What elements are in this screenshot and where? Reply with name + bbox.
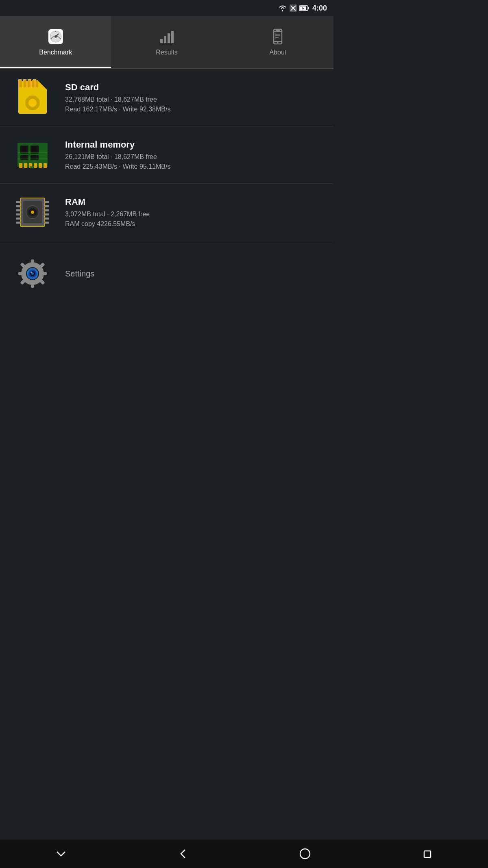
ram-icon — [14, 194, 51, 231]
svg-rect-46 — [36, 80, 38, 87]
svg-line-38 — [38, 108, 39, 109]
svg-rect-52 — [34, 163, 37, 168]
svg-rect-72 — [45, 213, 49, 215]
settings-item[interactable]: Settings — [0, 241, 333, 306]
svg-rect-73 — [45, 218, 49, 220]
tab-results-label: Results — [156, 49, 177, 56]
settings-icon-wrapper — [8, 253, 57, 294]
internal-memory-text: Internal memory 26,121MB total · 18,627M… — [65, 139, 325, 170]
status-bar: 4:00 — [0, 0, 333, 16]
svg-rect-45 — [32, 80, 34, 87]
main-content: SD card 32,768MB total · 18,627MB free R… — [0, 69, 333, 565]
wifi-icon — [278, 5, 287, 11]
svg-point-94 — [30, 272, 32, 273]
status-time: 4:00 — [312, 4, 327, 13]
results-tab-icon — [158, 28, 176, 46]
svg-rect-65 — [16, 209, 20, 211]
tab-results[interactable]: Results — [111, 16, 222, 68]
internal-memory-title: Internal memory — [65, 139, 325, 150]
svg-rect-49 — [19, 163, 22, 168]
svg-point-78 — [31, 211, 34, 214]
svg-rect-82 — [31, 282, 34, 288]
svg-rect-21 — [276, 30, 280, 31]
ram-subtitle: 3,072MB total · 2,267MB free — [65, 211, 325, 218]
svg-rect-44 — [28, 80, 30, 87]
sd-card-text: SD card 32,768MB total · 18,627MB free R… — [65, 82, 325, 113]
svg-rect-57 — [30, 146, 39, 154]
svg-line-37 — [26, 96, 27, 98]
benchmark-tab-icon — [47, 28, 65, 46]
svg-rect-42 — [20, 80, 22, 87]
ram-text: RAM 3,072MB total · 2,267MB free RAM cop… — [65, 197, 325, 228]
svg-rect-68 — [16, 222, 20, 224]
ram-detail: RAM copy 4226.55MB/s — [65, 220, 325, 228]
ram-title: RAM — [65, 197, 325, 207]
tab-about[interactable]: About — [222, 16, 333, 68]
svg-rect-16 — [168, 33, 170, 43]
ram-icon-wrapper — [8, 192, 57, 233]
internal-memory-icon-wrapper — [8, 135, 57, 175]
list-item-internal-memory[interactable]: Internal memory 26,121MB total · 18,627M… — [0, 126, 333, 184]
list-item-ram[interactable]: RAM 3,072MB total · 2,267MB free RAM cop… — [0, 184, 333, 241]
tab-bar: Benchmark Results About — [0, 16, 333, 69]
svg-rect-58 — [20, 155, 28, 160]
svg-rect-64 — [16, 205, 20, 207]
svg-rect-84 — [41, 272, 47, 275]
settings-label: Settings — [65, 269, 94, 278]
status-icons: 4:00 — [278, 4, 327, 13]
svg-rect-54 — [44, 163, 47, 168]
internal-memory-icon — [14, 137, 51, 173]
svg-rect-17 — [171, 31, 174, 43]
svg-rect-50 — [24, 163, 27, 168]
svg-point-41 — [28, 99, 37, 107]
sd-card-icon-wrapper — [8, 77, 57, 118]
sd-card-subtitle: 32,768MB total · 18,627MB free — [65, 96, 325, 103]
svg-rect-67 — [16, 218, 20, 220]
sd-card-detail: Read 162.17MB/s · Write 92.38MB/s — [65, 106, 325, 113]
tab-benchmark-label: Benchmark — [39, 49, 72, 56]
svg-rect-74 — [45, 222, 49, 224]
tab-benchmark[interactable]: Benchmark — [0, 16, 111, 68]
settings-gear-icon — [14, 255, 51, 292]
svg-rect-83 — [18, 272, 24, 275]
svg-rect-81 — [31, 259, 34, 265]
internal-memory-detail: Read 225.43MB/s · Write 95.11MB/s — [65, 163, 325, 170]
svg-rect-66 — [16, 213, 20, 215]
sd-card-icon — [14, 79, 51, 116]
list-item-sd-card[interactable]: SD card 32,768MB total · 18,627MB free R… — [0, 69, 333, 126]
sd-card-title: SD card — [65, 82, 325, 93]
svg-line-40 — [38, 96, 39, 98]
svg-rect-70 — [45, 205, 49, 207]
svg-rect-4 — [308, 7, 309, 9]
svg-rect-15 — [164, 36, 166, 43]
svg-point-22 — [277, 42, 279, 43]
svg-line-39 — [26, 108, 27, 109]
svg-rect-56 — [20, 146, 28, 154]
battery-icon — [299, 5, 310, 11]
tab-about-label: About — [269, 49, 286, 56]
svg-rect-14 — [160, 39, 163, 43]
svg-rect-53 — [39, 163, 42, 168]
svg-rect-43 — [24, 80, 26, 87]
svg-rect-71 — [45, 209, 49, 211]
svg-rect-63 — [16, 201, 20, 203]
svg-rect-59 — [30, 155, 39, 160]
about-tab-icon — [269, 28, 287, 46]
internal-memory-subtitle: 26,121MB total · 18,627MB free — [65, 153, 325, 161]
signal-blocked-icon — [290, 4, 297, 12]
svg-rect-69 — [45, 201, 49, 203]
svg-rect-55 — [30, 166, 33, 168]
